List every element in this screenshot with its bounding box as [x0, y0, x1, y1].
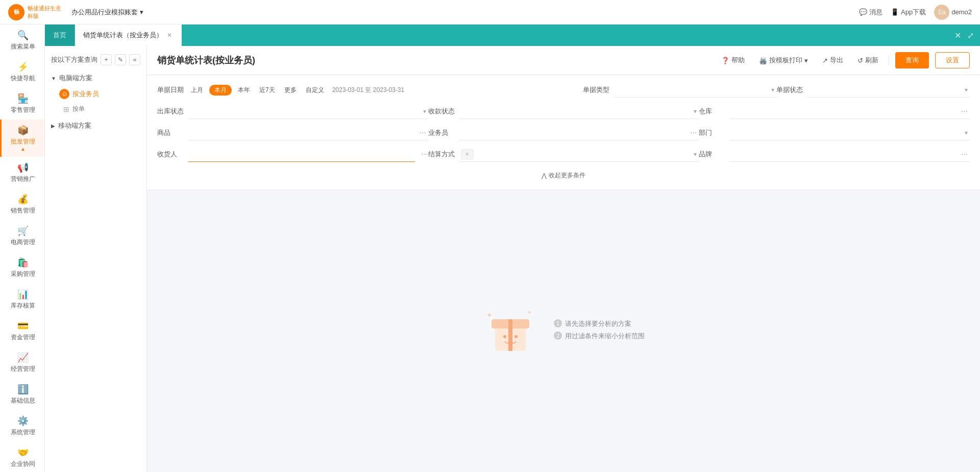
- sidebar-item-inventory[interactable]: 📊 库存核算: [0, 284, 44, 315]
- sidebar-item-ecommerce[interactable]: 🛒 电商管理: [0, 220, 44, 252]
- settlement-select[interactable]: × ▾: [459, 147, 699, 162]
- warehouse-label: 仓库: [699, 107, 725, 116]
- filter-row-4: 收货人 ··· 结算方式 × ▾: [157, 147, 970, 162]
- doc-status-select[interactable]: ▾: [807, 82, 970, 98]
- message-btn[interactable]: 💬 消息: [859, 8, 883, 17]
- system-icon: ⚙️: [17, 415, 29, 427]
- tab-close-btn[interactable]: ✕: [952, 29, 963, 42]
- empty-tip-1: 1 请先选择要分析的方案: [554, 319, 645, 328]
- tab-expand-btn[interactable]: ⤢: [965, 29, 976, 42]
- collapse-filters-btn[interactable]: ⋀ 收起更多条件: [157, 168, 970, 183]
- arrow-down-icon: ▼: [51, 76, 56, 81]
- wholesale-icon: 📦: [17, 125, 29, 136]
- salesperson-select[interactable]: ···: [459, 125, 699, 140]
- retail-icon: 🏪: [17, 93, 29, 104]
- date-last-month[interactable]: 上月: [188, 85, 206, 96]
- filter-row-2: 出库状态 ▾ 收款状态 ▾: [157, 104, 970, 119]
- doc-type-select[interactable]: ▾: [614, 82, 776, 98]
- sidebar-item-wholesale[interactable]: 📦 批发管理 ▲: [0, 120, 44, 157]
- date-label: 单据日期: [157, 85, 184, 95]
- sidebar-item-label: 搜索菜单: [11, 42, 35, 51]
- dots-icon: ···: [961, 107, 968, 116]
- template-print-btn[interactable]: 🖨️ 按模板打印 ▾: [755, 54, 812, 67]
- app-download-btn[interactable]: 📱 App下载: [891, 8, 926, 17]
- sidebar-item-system[interactable]: ⚙️ 系统管理: [0, 410, 44, 442]
- sidebar-item-search[interactable]: 🔍 搜索菜单: [0, 25, 44, 56]
- date-last7[interactable]: 近7天: [256, 85, 278, 96]
- page-title-bar: 销货单统计表(按业务员) ❓ 帮助 🖨️ 按模板打印 ▾ ↗: [147, 46, 980, 75]
- out-status-label: 出库状态: [157, 107, 184, 116]
- refresh-icon: ↺: [857, 57, 863, 64]
- sidebar-item-label: 零售管理: [11, 106, 35, 114]
- panel-add-btn[interactable]: +: [101, 54, 112, 65]
- sidebar-item-label: 经营管理: [11, 365, 35, 373]
- user-menu-btn[interactable]: Ea demo2: [934, 5, 972, 20]
- filter-doc-status: 单据状态 ▾: [776, 82, 970, 98]
- panel-group-mobile-header[interactable]: ▶ 移动端方案: [45, 118, 146, 133]
- chevron-down-icon: ▾: [694, 108, 697, 115]
- sidebar-item-marketing[interactable]: 📢 营销推广: [0, 157, 44, 188]
- app-selector-label: 办公用品行业模拟账套: [71, 8, 138, 17]
- warehouse-select[interactable]: ···: [729, 104, 970, 119]
- sidebar-item-label: 批发管理: [11, 137, 35, 146]
- group-label: 移动端方案: [58, 121, 91, 130]
- help-btn[interactable]: ❓ 帮助: [717, 54, 749, 67]
- sidebar-item-finance[interactable]: 💳 资金管理: [0, 315, 44, 347]
- panel-item-by-order[interactable]: ⊞ 按单: [45, 102, 146, 116]
- sidebar-item-label: 营销推广: [11, 175, 35, 183]
- sales-icon: 💰: [17, 194, 29, 205]
- date-this-month[interactable]: 本月: [209, 85, 232, 96]
- empty-svg: ✦ ✦ ✦: [482, 305, 538, 356]
- refresh-btn[interactable]: ↺ 刷新: [853, 54, 883, 67]
- panel-collapse-btn[interactable]: «: [129, 54, 140, 65]
- query-button[interactable]: 查询: [895, 52, 929, 68]
- app-selector[interactable]: 办公用品行业模拟账套 ▾: [71, 8, 143, 17]
- print-icon: 🖨️: [759, 57, 767, 64]
- marketing-icon: 📢: [17, 162, 29, 173]
- chevron-down-icon: ▾: [771, 86, 774, 93]
- filter-warehouse: 仓库 ···: [699, 104, 970, 119]
- tabs-bar: 首页 销货单统计表（按业务员） ✕ ✕ ⤢: [45, 25, 980, 46]
- date-this-year[interactable]: 本年: [235, 85, 253, 96]
- panel-item-by-salesperson[interactable]: ⊙ 按业务员: [45, 86, 146, 102]
- empty-illustration-wrapper: ✦ ✦ ✦ 1 请先选择: [482, 305, 645, 358]
- payment-status-select[interactable]: ▾: [459, 104, 699, 119]
- tab-close-icon[interactable]: ✕: [166, 31, 173, 40]
- tab-home[interactable]: 首页: [45, 25, 75, 46]
- sidebar-item-label: 资金管理: [11, 333, 35, 342]
- salesperson-label: 业务员: [428, 128, 455, 137]
- sidebar-item-shortcut[interactable]: ⚡ 快捷导航: [0, 56, 44, 88]
- department-select[interactable]: ▾: [729, 125, 970, 140]
- brand-select[interactable]: ···: [729, 147, 970, 162]
- date-custom[interactable]: 自定义: [303, 85, 327, 96]
- filter-brand: 品牌 ···: [699, 147, 970, 162]
- filter-row-3: 商品 ··· 业务员 ···: [157, 125, 970, 140]
- receiver-input[interactable]: [188, 147, 415, 162]
- finance-icon: 💳: [17, 320, 29, 332]
- sidebar-item-enterprise[interactable]: 🤝 企业协同: [0, 442, 44, 472]
- settings-button[interactable]: 设置: [935, 52, 970, 68]
- chevron-down-icon: ▾: [140, 8, 143, 16]
- divider: [889, 55, 889, 65]
- payment-status-label: 收款状态: [428, 107, 455, 116]
- goods-select[interactable]: ···: [188, 125, 428, 140]
- panel-item-label: 按业务员: [72, 89, 99, 99]
- tag-close-icon[interactable]: ×: [465, 151, 469, 158]
- panel-group-desktop-header[interactable]: ▼ 电脑端方案: [45, 70, 146, 86]
- tab-sales-stat[interactable]: 销货单统计表（按业务员） ✕: [75, 25, 182, 46]
- export-btn[interactable]: ↗ 导出: [818, 54, 847, 67]
- sidebar-item-purchase[interactable]: 🛍️ 采购管理: [0, 252, 44, 284]
- sub-item-icon: ⊞: [63, 105, 69, 113]
- sidebar-item-retail[interactable]: 🏪 零售管理: [0, 88, 44, 120]
- sidebar-item-sales[interactable]: 💰 销售管理: [0, 188, 44, 220]
- sidebar-item-label: 基础信息: [11, 396, 35, 405]
- base-icon: ℹ️: [17, 384, 29, 395]
- panel-edit-btn[interactable]: ✎: [115, 54, 126, 65]
- enterprise-icon: 🤝: [17, 447, 29, 458]
- date-more[interactable]: 更多: [281, 85, 300, 96]
- sidebar-item-base[interactable]: ℹ️ 基础信息: [0, 379, 44, 410]
- sidebar-item-business[interactable]: 📈 经营管理: [0, 347, 44, 379]
- svg-rect-3: [508, 325, 512, 351]
- chevron-down-icon: ▾: [694, 151, 697, 158]
- out-status-select[interactable]: ▾: [188, 104, 428, 119]
